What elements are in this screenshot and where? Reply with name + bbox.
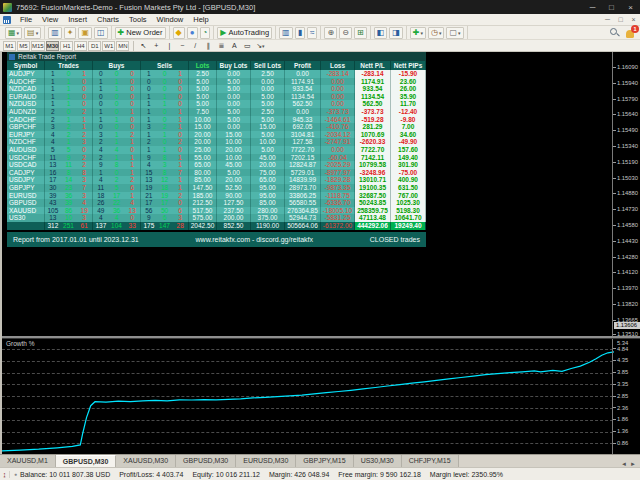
buys-cell: 18171	[93, 192, 141, 200]
metaeditor-button[interactable]: ◆	[173, 27, 185, 39]
auto-scroll-button[interactable]: ◧	[374, 27, 388, 39]
total-count: 9	[141, 214, 157, 222]
losses-count: 1	[172, 176, 188, 184]
price-tick: 1.14880	[613, 190, 640, 197]
terminal-button[interactable]: ◫	[94, 27, 108, 39]
profit-cell: 276364.85	[285, 207, 321, 215]
status-segment-2: Equity: 10 016 211.12	[192, 471, 260, 478]
chevron-down-icon: ▾	[262, 43, 265, 49]
total-count: 13	[45, 214, 61, 222]
menu-window[interactable]: Window	[152, 14, 189, 26]
lots-cell: 85.00	[189, 176, 217, 184]
chart-tab-gbpusd-m30[interactable]: GBPUSD,M30	[176, 455, 236, 467]
bar-chart-button[interactable]: ▥	[279, 27, 293, 39]
line-chart-button[interactable]: ≈	[307, 27, 317, 39]
status-segment-0: Balance: 10 011 807.38 USD	[20, 471, 110, 478]
chart-tab-chfjpy-m15[interactable]: CHFJPY,M15	[402, 455, 459, 467]
label-tool[interactable]: ▭	[241, 40, 253, 51]
tile-windows-button[interactable]: ⊞	[354, 27, 367, 39]
timeframe-m15[interactable]: M15	[31, 41, 45, 51]
wins-count: 1	[157, 100, 173, 108]
buy-lots-cell: 5.00	[217, 85, 251, 93]
timeframe-m1[interactable]: M1	[3, 41, 16, 51]
trendline-tool[interactable]: /	[189, 40, 201, 51]
subwindow-splitter[interactable]	[2, 336, 640, 339]
timeframe-m5[interactable]: M5	[17, 41, 30, 51]
navigator-button[interactable]: ▣	[78, 27, 92, 39]
autotrading-button[interactable]: ▶AutoTrading	[217, 27, 272, 39]
market-watch-button[interactable]: ▥	[48, 27, 62, 39]
child-close-button[interactable]: ×	[627, 16, 640, 23]
timeframe-d1[interactable]: D1	[88, 41, 101, 51]
timeframe-h1[interactable]: H1	[60, 41, 73, 51]
symbol-cell: AUDJPY	[7, 70, 45, 78]
total-count: 2	[45, 108, 61, 116]
loss-cell: -18005.10	[321, 207, 355, 215]
zoom-in-button[interactable]: ⊕	[324, 27, 337, 39]
report-body: AUDJPY1010001012.500.002.500.00-283.14-2…	[7, 70, 426, 222]
report-title: Reitak Trade Report	[18, 53, 76, 60]
chart-window-icon	[3, 16, 11, 24]
notifications-icon[interactable]: 1	[626, 28, 636, 38]
wins-count: 1	[61, 78, 77, 86]
chart-area[interactable]: Reitak Trade Report SymbolTradesBuysSell…	[0, 52, 640, 454]
menu-help[interactable]: Help	[188, 14, 213, 26]
periods-button[interactable]: ◷▾	[428, 27, 445, 39]
losses-count: 4	[76, 199, 92, 207]
experts-button[interactable]: ●	[187, 27, 198, 39]
zoom-out-button[interactable]: ⊖	[339, 27, 352, 39]
sell-lots-cell: 2.50	[251, 108, 285, 116]
templates-button[interactable]: ▢▾	[446, 27, 463, 39]
close-button[interactable]: ×	[621, 3, 640, 12]
wins-count: 0	[61, 70, 77, 78]
profit-cell: 127.58	[285, 138, 321, 146]
shapes-tool[interactable]: ↘▾	[254, 40, 266, 51]
chart-tab-gbpusd-m30[interactable]: GBPUSD,M30	[56, 455, 117, 467]
data-window-button[interactable]: ✦	[64, 27, 77, 39]
sell-lots-cell: 375.00	[251, 214, 285, 222]
child-minimize-button[interactable]: ─	[601, 16, 614, 23]
timeframe-h4[interactable]: H4	[74, 41, 87, 51]
cursor-tool[interactable]: ↖	[137, 40, 149, 51]
minimize-button[interactable]: ─	[583, 3, 602, 12]
wins-count: 2	[157, 123, 173, 131]
web-terminal-button[interactable]: ◔	[200, 27, 211, 39]
candle-chart-button[interactable]: ▮	[295, 27, 305, 39]
fibonacci-tool[interactable]: ≣	[215, 40, 227, 51]
timeframe-m30[interactable]: M30	[46, 41, 60, 51]
tick-mark	[613, 407, 616, 408]
new-chart-button[interactable]: ▦▾	[5, 27, 22, 39]
menu-charts[interactable]: Charts	[92, 14, 124, 26]
chart-tab-us30-m30[interactable]: US30,M30	[354, 455, 402, 467]
menu-insert[interactable]: Insert	[63, 14, 92, 26]
menu-file[interactable]: File	[15, 14, 37, 26]
growth-tick-label: 1.36	[617, 428, 628, 434]
crosshair-tool[interactable]: +	[150, 40, 162, 51]
child-restore-button[interactable]: □	[614, 16, 627, 23]
chart-shift-button[interactable]: ◨	[389, 27, 403, 39]
indicators-button[interactable]: ✚▾	[410, 27, 426, 39]
vertical-line-tool[interactable]: |	[163, 40, 175, 51]
search-icon[interactable]	[610, 28, 619, 37]
text-tool[interactable]: A	[228, 40, 240, 51]
menu-tools[interactable]: Tools	[124, 14, 152, 26]
horizontal-line-tool[interactable]: −	[176, 40, 188, 51]
profit-cell: 0.00	[285, 108, 321, 116]
price-scale[interactable]: 1.160901.159401.157901.156401.154901.153…	[612, 52, 640, 454]
loss-cell: 0.00	[321, 93, 355, 101]
symbol-cell: NZDCAD	[7, 85, 45, 93]
maximize-button[interactable]: □	[602, 3, 621, 12]
channel-tool[interactable]: ∥	[202, 40, 214, 51]
new-order-button[interactable]: ✚New Order	[115, 27, 166, 39]
toolbar-group: ◧◨	[371, 26, 407, 39]
profiles-button[interactable]: ▤▾	[24, 27, 41, 39]
sells-cell: 321	[141, 123, 189, 131]
buy-lots-cell: 5.00	[217, 116, 251, 124]
chart-tab-xauusd-m30[interactable]: XAUUSD,M30	[116, 455, 176, 467]
timeframe-w1[interactable]: W1	[102, 41, 115, 51]
chart-tab-eurusd-m30[interactable]: EURUSD,M30	[236, 455, 296, 467]
chart-tab-gbpjpy-m15[interactable]: GBPJPY,M15	[296, 455, 353, 467]
menu-view[interactable]: View	[37, 14, 63, 26]
chart-tab-xauusd-m1[interactable]: XAUUSD,M1	[0, 455, 56, 467]
timeframe-mn[interactable]: MN	[116, 41, 129, 51]
